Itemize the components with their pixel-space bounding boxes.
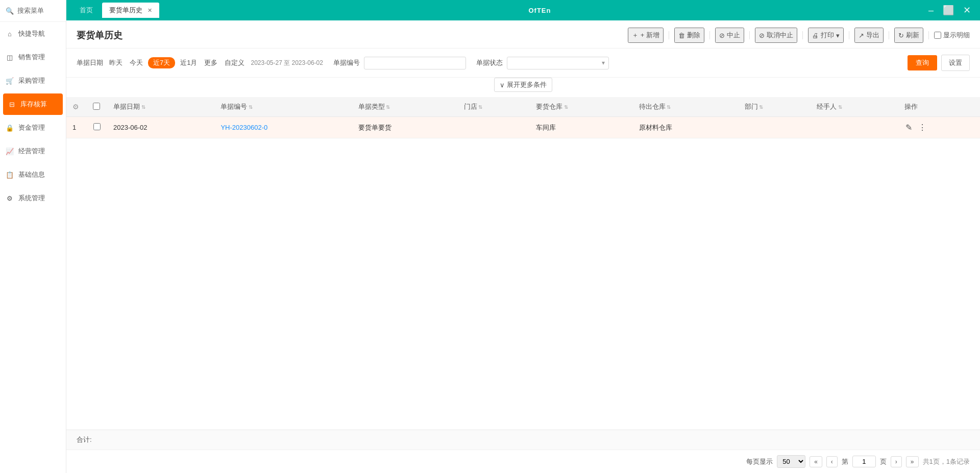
divider <box>928 31 929 39</box>
bill-no-input[interactable] <box>364 57 466 69</box>
pagination-bar: 每页显示 50 10 20 100 « ‹ 第 页 › » 共1页，1条记录 <box>66 450 980 473</box>
cell-req-warehouse: 车间库 <box>530 117 633 138</box>
sidebar-item-basic-info[interactable]: 📋 基础信息 <box>0 163 66 186</box>
sidebar-item-quick-nav[interactable]: ⌂ 快捷导航 <box>0 22 66 45</box>
cart-icon: 🛒 <box>5 76 14 85</box>
sidebar-item-sales[interactable]: ◫ 销售管理 <box>0 45 66 69</box>
toolbar: ＋ + 新增 🗑 删除 ⊘ 中止 ⊘ 取消中止 <box>628 28 970 43</box>
row-checkbox[interactable] <box>93 123 101 130</box>
topbar-minimize-icon[interactable]: – <box>925 4 937 17</box>
topbar-close-icon[interactable]: ✕ <box>960 4 974 17</box>
sidebar-item-label: 库存核算 <box>20 100 47 109</box>
tab-requisition-history[interactable]: 要货单历史 ✕ <box>102 3 159 18</box>
per-page-select[interactable]: 50 10 20 100 <box>777 455 805 468</box>
bill-no-filter-group: 单据编号 <box>333 57 466 69</box>
th-date[interactable]: 单据日期 <box>107 97 214 117</box>
page-header: 要货单历史 ＋ + 新增 🗑 删除 ⊘ 中止 ⊘ <box>66 20 980 49</box>
search-icon: 🔍 <box>5 6 14 15</box>
table-container: ⚙ 单据日期 单据编号 单据类型 门店 要货仓库 待出仓库 部门 经手人 操 <box>66 97 980 430</box>
th-store[interactable]: 门店 <box>458 97 530 117</box>
date-btn-1month[interactable]: 近1月 <box>178 57 199 68</box>
topbar: 首页 要货单历史 ✕ OfTEn – ⬜ ✕ <box>66 0 980 20</box>
divider <box>749 31 750 39</box>
cell-bill-type: 要货单要货 <box>352 117 458 138</box>
th-action: 操作 <box>898 97 980 117</box>
status-filter-group: 单据状态 <box>476 57 609 69</box>
tab-home[interactable]: 首页 <box>72 3 100 18</box>
table-row: 1 2023-06-02 YH-20230602-0 要货单要货 车间库 原材料… <box>66 117 980 138</box>
date-filter-label: 单据日期 <box>77 58 103 67</box>
cell-store <box>458 117 530 138</box>
divider <box>802 31 803 39</box>
settings-button[interactable]: 设置 <box>941 55 970 71</box>
status-select[interactable] <box>507 57 609 69</box>
cell-handler <box>811 117 898 138</box>
sidebar-item-system[interactable]: ⚙ 系统管理 <box>0 186 66 210</box>
more-icon[interactable]: ⋮ <box>917 122 927 133</box>
sidebar-search[interactable]: 🔍 搜索菜单 <box>0 0 66 22</box>
page-label-text: 第 <box>842 457 848 466</box>
th-bill-type[interactable]: 单据类型 <box>352 97 458 117</box>
inventory-icon: ⊟ <box>7 100 16 109</box>
th-handler[interactable]: 经手人 <box>811 97 898 117</box>
cell-no: 1 <box>66 117 87 138</box>
th-department[interactable]: 部门 <box>739 97 811 117</box>
tab-close-icon[interactable]: ✕ <box>148 7 152 14</box>
table-settings-icon[interactable]: ⚙ <box>72 103 79 111</box>
print-arrow-icon: ▾ <box>836 32 840 39</box>
print-button[interactable]: 🖨 打印 ▾ <box>808 28 844 43</box>
edit-icon[interactable]: ✎ <box>904 122 913 133</box>
th-pending-warehouse[interactable]: 待出仓库 <box>633 97 739 117</box>
page-suffix: 页 <box>880 457 887 466</box>
export-button[interactable]: ↗ 导出 <box>854 28 884 43</box>
refresh-icon: ↻ <box>898 32 904 39</box>
summary-label: 合计: <box>77 436 92 443</box>
topbar-right-controls: – ⬜ ✕ <box>925 4 974 17</box>
topbar-restore-icon[interactable]: ⬜ <box>940 4 957 17</box>
status-label: 单据状态 <box>476 58 503 67</box>
last-page-btn[interactable]: » <box>906 456 919 467</box>
date-btn-more[interactable]: 更多 <box>202 57 219 68</box>
date-btn-custom[interactable]: 自定义 <box>223 57 247 68</box>
sidebar-item-purchase[interactable]: 🛒 采购管理 <box>0 69 66 92</box>
delete-button[interactable]: 🗑 删除 <box>674 28 704 43</box>
sidebar-item-label: 经营管理 <box>18 147 45 156</box>
th-settings: ⚙ <box>66 97 87 117</box>
date-btn-yesterday[interactable]: 昨天 <box>107 57 125 68</box>
action-icons: ✎ ⋮ <box>904 122 974 133</box>
sidebar-item-operations[interactable]: 📈 经营管理 <box>0 139 66 163</box>
prev-page-btn[interactable]: ‹ <box>826 456 838 467</box>
filter-bar: 单据日期 昨天 今天 近7天 近1月 更多 自定义 2023-05-27 至 2… <box>66 49 980 78</box>
date-btn-today[interactable]: 今天 <box>128 57 145 68</box>
bill-no-link[interactable]: YH-20230602-0 <box>220 124 267 131</box>
export-icon: ↗ <box>859 32 864 39</box>
cancel-stop-button[interactable]: ⊘ 取消中止 <box>755 28 797 43</box>
sidebar-item-inventory[interactable]: ⊟ 库存核算 <box>3 93 63 115</box>
th-req-warehouse[interactable]: 要货仓库 <box>530 97 633 117</box>
cell-pending-warehouse: 原材料仓库 <box>633 117 739 138</box>
stop-button[interactable]: ⊘ 中止 <box>715 28 744 43</box>
page-input[interactable] <box>852 456 876 467</box>
sidebar-item-label: 资金管理 <box>18 123 45 132</box>
main-area: 首页 要货单历史 ✕ OfTEn – ⬜ ✕ 要货单历史 ＋ + 新增 🗑 <box>66 0 980 473</box>
query-button[interactable]: 查询 <box>908 55 937 70</box>
select-all-checkbox[interactable] <box>93 103 100 110</box>
gear-icon: ⚙ <box>5 194 14 203</box>
display-detail-checkbox[interactable] <box>934 32 941 39</box>
expand-more-btn[interactable]: ∨ 展开更多条件 <box>494 78 552 92</box>
next-page-btn[interactable]: › <box>891 456 902 467</box>
new-button[interactable]: ＋ + 新增 <box>628 28 664 43</box>
lock-icon: 🔒 <box>5 123 14 132</box>
sidebar-item-finance[interactable]: 🔒 资金管理 <box>0 116 66 139</box>
sidebar-item-label: 基础信息 <box>18 170 45 179</box>
divider <box>669 31 669 39</box>
data-table: ⚙ 单据日期 单据编号 单据类型 门店 要货仓库 待出仓库 部门 经手人 操 <box>66 97 980 138</box>
th-bill-no[interactable]: 单据编号 <box>214 97 352 117</box>
first-page-btn[interactable]: « <box>810 456 822 467</box>
stop-icon: ⊘ <box>719 32 725 39</box>
tab-home-label: 首页 <box>80 6 93 15</box>
date-btn-7days[interactable]: 近7天 <box>148 57 175 68</box>
cell-action: ✎ ⋮ <box>898 117 980 138</box>
refresh-button[interactable]: ↻ 刷新 <box>894 28 923 43</box>
display-detail-checkbox-label[interactable]: 显示明细 <box>934 31 970 40</box>
